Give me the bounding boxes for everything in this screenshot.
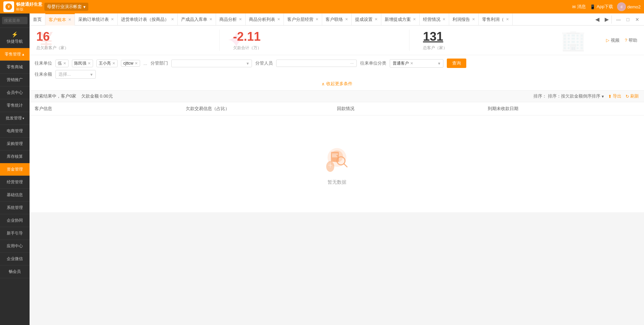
sidebar-item-purchase[interactable]: 采购管理 xyxy=(0,138,30,150)
page-content: ¥ 16 总欠款客户（家） ✦ -2.11 欠款合计（万） xyxy=(30,26,644,325)
unit-type-chevron-icon: ▾ xyxy=(438,61,440,66)
tab-close-inbound-stats[interactable]: ✕ xyxy=(171,17,174,22)
sidebar-item-inventory[interactable]: 库存核算 xyxy=(0,150,30,163)
tab-profit-report[interactable]: 利润报告 ✕ xyxy=(449,13,479,26)
tab-tip-settings[interactable]: 提成设置 ✕ xyxy=(352,13,381,26)
sidebar-item-retail-stats[interactable]: 零售统计 xyxy=(0,99,30,112)
tag-close-wu[interactable]: ✕ xyxy=(63,61,66,66)
tab-customer-account[interactable]: 客户账本 ✕ xyxy=(45,13,75,26)
sidebar-item-enterprise[interactable]: 企业协同 xyxy=(0,214,30,227)
tab-nav-arrows: ◀ ▶ xyxy=(593,13,611,26)
help-btn[interactable]: ? 帮助 xyxy=(625,37,637,43)
svg-text:¥: ¥ xyxy=(7,4,10,9)
sidebar-item-quicknav[interactable]: ⚡ 快捷导航 xyxy=(0,28,30,48)
stats-actions: ▷ 视频 ? 帮助 xyxy=(599,37,637,43)
message-icon: ✉ xyxy=(572,4,576,9)
sidebar-item-appcenter[interactable]: 应用中心 xyxy=(0,240,30,253)
tab-scroll-left[interactable]: ◀ xyxy=(593,13,602,26)
tab-cost-inbound[interactable]: 产成品入库单 ✕ xyxy=(178,13,216,26)
sidebar-item-retail-mgmt[interactable]: 零售管理 ▲ xyxy=(0,48,30,61)
dept-chevron-icon: ▾ xyxy=(247,61,249,66)
tab-product-analysis-list[interactable]: 商品分析列表 ✕ xyxy=(246,13,284,26)
tab-close-product-analysis-list[interactable]: ✕ xyxy=(277,17,280,22)
tab-purchase-order[interactable]: 采购订单统计表 ✕ xyxy=(75,13,118,26)
sidebar-item-newbie[interactable]: 新手引导 xyxy=(0,227,30,240)
sidebar-search-input[interactable] xyxy=(2,17,28,24)
sidebar-item-system[interactable]: 系统管理 xyxy=(0,202,30,214)
marketing-label: 营销推广 xyxy=(0,77,30,83)
tag-close-chen[interactable]: ✕ xyxy=(88,61,91,66)
tag-close-cjttcw[interactable]: ✕ xyxy=(135,61,138,66)
svg-rect-7 xyxy=(332,154,338,154)
tab-operations-status[interactable]: 经营情况 ✕ xyxy=(420,13,449,26)
tab-close-customer-tier[interactable]: ✕ xyxy=(315,17,318,22)
window-maximize-btn[interactable]: □ xyxy=(624,15,632,24)
sidebar-item-operations[interactable]: 经营管理 xyxy=(0,176,30,189)
filter-tag-wang: 王小亮 ✕ xyxy=(96,60,118,67)
sidebar: ⚡ 快捷导航 零售管理 ▲ 零售商城 营销推广 会员中心 零售统计 xyxy=(0,13,30,325)
message-btn[interactable]: ✉ 消息 xyxy=(572,4,586,10)
tab-close-purchase-order[interactable]: ✕ xyxy=(111,17,114,22)
export-btn[interactable]: ⬆ 导出 xyxy=(608,93,621,99)
logo-sub: 标版 xyxy=(16,7,42,12)
sidebar-item-marketing[interactable]: 营销推广 xyxy=(0,74,30,86)
results-summary: 搜索结果中，客户0家 欠款金额 0.00元 xyxy=(35,93,113,99)
sidebar-item-basicinfo[interactable]: 基础信息 xyxy=(0,189,30,202)
logo-text: 畅捷通好生意 xyxy=(16,2,42,7)
tab-home[interactable]: 首页 xyxy=(30,13,45,26)
video-btn[interactable]: ▷ 视频 xyxy=(606,37,619,43)
results-actions: 排序： 排序：按欠款金额倒序排序 ▾ ⬆ 导出 ↻ 刷新 xyxy=(533,93,639,99)
account-selector[interactable]: 母婴行业演示帐套 ▾ xyxy=(44,3,88,11)
tabs-container: 首页 客户账本 ✕ 采购订单统计表 ✕ 进货单统计表（按商品） ✕ xyxy=(30,13,593,26)
col-customer-info: 客户信息 xyxy=(35,106,186,112)
filter-more-units[interactable]: ... xyxy=(143,61,147,66)
dept-select[interactable]: ▾ xyxy=(171,60,252,67)
refresh-btn[interactable]: ↻ 刷新 xyxy=(626,93,639,99)
tab-close-retail-profit[interactable]: ✕ xyxy=(506,17,509,22)
tab-close-product-analysis[interactable]: ✕ xyxy=(239,17,242,22)
empty-icon xyxy=(320,142,354,176)
dept-label: 分管部门 xyxy=(151,60,168,66)
sidebar-item-wechat[interactable]: 企业微信 xyxy=(0,253,30,265)
filter-tag-chen: 陈民强 ✕ xyxy=(72,60,93,67)
sidebar-item-wholesale[interactable]: 批发管理 ▾ xyxy=(0,112,30,125)
unit-type-select[interactable]: 普通客户 ✕ ▾ xyxy=(390,59,443,68)
sidebar-item-vip[interactable]: 畅会员 xyxy=(0,265,30,278)
window-close-btn[interactable]: ✕ xyxy=(633,15,641,24)
tab-inbound-stats[interactable]: 进货单统计表（按商品） ✕ xyxy=(118,13,178,26)
tab-scroll-right[interactable]: ▶ xyxy=(602,13,611,26)
sidebar-item-member[interactable]: 会员中心 xyxy=(0,86,30,99)
user-menu[interactable]: d demo2 xyxy=(617,2,641,11)
filter-collapse-btn[interactable]: ∧ 收起更多条件 xyxy=(35,81,639,87)
tab-close-customer-contact[interactable]: ✕ xyxy=(345,17,348,22)
tag-close-unit-type[interactable]: ✕ xyxy=(410,61,413,66)
tab-close-profit-report[interactable]: ✕ xyxy=(472,17,475,22)
tab-close-cost-inbound[interactable]: ✕ xyxy=(209,17,212,22)
app-download-btn[interactable]: 📱 App下载 xyxy=(590,4,613,10)
sort-label: 排序： xyxy=(533,93,547,99)
tab-close-tip-settings[interactable]: ✕ xyxy=(375,17,378,22)
results-bar: 搜索结果中，客户0家 欠款金额 0.00元 排序： 排序：按欠款金额倒序排序 ▾… xyxy=(30,91,644,102)
sort-select[interactable]: 排序： 排序：按欠款金额倒序排序 ▾ xyxy=(533,93,604,99)
query-button[interactable]: 查询 xyxy=(447,59,466,68)
filter-tag-wu: 伍 ✕ xyxy=(55,60,69,67)
sidebar-item-retail-shop[interactable]: 零售商城 xyxy=(0,61,30,74)
retail-stats-label: 零售统计 xyxy=(0,103,30,108)
person-select[interactable]: ··· xyxy=(276,60,357,67)
sidebar-item-finance[interactable]: 资金管理 xyxy=(0,163,30,176)
tab-retail-profit[interactable]: 零售利润（ ✕ xyxy=(479,13,513,26)
tab-new-tip-plan[interactable]: 新增提成方案 ✕ xyxy=(381,13,420,26)
tab-close-new-tip-plan[interactable]: ✕ xyxy=(413,17,416,22)
tab-close-customer-account[interactable]: ✕ xyxy=(68,17,71,22)
tab-customer-contact[interactable]: 客户联络 ✕ xyxy=(322,13,352,26)
filter-tag-cjttcw: cjttcw ✕ xyxy=(121,60,140,67)
remain-select[interactable]: 选择... ▾ xyxy=(55,70,96,79)
tag-close-wang[interactable]: ✕ xyxy=(112,61,115,66)
window-minimize-btn[interactable]: — xyxy=(614,15,622,24)
tab-customer-tier[interactable]: 客户分层经营 ✕ xyxy=(284,13,322,26)
tab-close-operations-status[interactable]: ✕ xyxy=(442,17,445,22)
stat-value-customers: 16 xyxy=(36,30,69,44)
sidebar-item-ecommerce[interactable]: 电商管理 xyxy=(0,125,30,138)
sidebar-item-label: 快捷导航 xyxy=(0,39,30,44)
tab-product-analysis[interactable]: 商品分析 ✕ xyxy=(216,13,246,26)
